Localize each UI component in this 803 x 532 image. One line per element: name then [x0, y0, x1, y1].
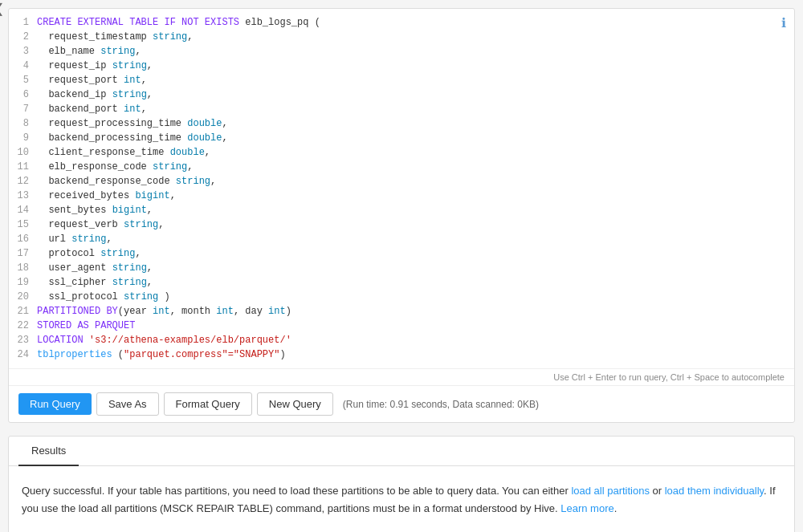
code-content: user_agent string,: [37, 261, 794, 275]
table-row: 4 request_ip string,: [9, 59, 794, 73]
new-query-button[interactable]: New Query: [257, 392, 333, 416]
line-number: 22: [9, 319, 37, 333]
table-row: 15 request_verb string,: [9, 217, 794, 232]
code-content: ssl_protocol string ): [37, 290, 794, 304]
code-content: received_bytes bigint,: [37, 189, 794, 203]
line-number: 23: [9, 333, 37, 347]
code-content: request_processing_time double,: [37, 116, 794, 131]
code-content: request_verb string,: [37, 217, 794, 232]
keyboard-hint: Use Ctrl + Enter to run query, Ctrl + Sp…: [9, 368, 794, 385]
run-query-button[interactable]: Run Query: [18, 393, 92, 415]
back-arrow-icon[interactable]: ❮: [0, 1, 4, 16]
line-number: 1: [9, 15, 37, 30]
table-row: 5 request_port int,: [9, 73, 794, 87]
load-individually-link[interactable]: load them individually: [665, 485, 764, 497]
table-row: 22STORED AS PARQUET: [9, 319, 794, 333]
line-number: 20: [9, 290, 37, 304]
code-content: LOCATION 's3://athena-examples/elb/parqu…: [37, 333, 794, 347]
line-number: 8: [9, 116, 37, 131]
code-content: request_ip string,: [37, 59, 794, 73]
table-row: 1CREATE EXTERNAL TABLE IF NOT EXISTS elb…: [9, 15, 794, 30]
line-number: 12: [9, 174, 37, 189]
table-row: 12 backend_response_code string,: [9, 174, 794, 189]
save-as-button[interactable]: Save As: [96, 392, 159, 416]
line-number: 11: [9, 160, 37, 174]
table-row: 16 url string,: [9, 232, 794, 246]
table-row: 6 backend_ip string,: [9, 87, 794, 102]
line-number: 24: [9, 347, 37, 362]
success-message: Query successful. If your table has part…: [22, 482, 781, 518]
line-number: 13: [9, 189, 37, 203]
run-info: (Run time: 0.91 seconds, Data scanned: 0…: [343, 399, 539, 410]
line-number: 17: [9, 246, 37, 261]
code-content: request_timestamp string,: [37, 30, 794, 44]
table-row: 24tblproperties ("parquet.compress"="SNA…: [9, 347, 794, 362]
code-content: protocol string,: [37, 246, 794, 261]
load-all-partitions-link[interactable]: load all partitions: [571, 485, 650, 497]
code-content: CREATE EXTERNAL TABLE IF NOT EXISTS elb_…: [37, 15, 794, 30]
table-row: 14 sent_bytes bigint,: [9, 203, 794, 217]
table-row: 23LOCATION 's3://athena-examples/elb/par…: [9, 333, 794, 347]
table-row: 20 ssl_protocol string ): [9, 290, 794, 304]
line-number: 2: [9, 30, 37, 44]
line-number: 21: [9, 304, 37, 319]
line-number: 18: [9, 261, 37, 275]
code-content: url string,: [37, 232, 794, 246]
line-number: 15: [9, 217, 37, 232]
table-row: 19 ssl_cipher string,: [9, 275, 794, 290]
code-content: backend_response_code string,: [37, 174, 794, 189]
code-editor[interactable]: 1CREATE EXTERNAL TABLE IF NOT EXISTS elb…: [9, 9, 794, 368]
results-tabs: Results: [9, 437, 794, 466]
code-content: backend_processing_time double,: [37, 131, 794, 145]
code-content: backend_port int,: [37, 102, 794, 116]
format-query-button[interactable]: Format Query: [164, 392, 252, 416]
line-number: 3: [9, 44, 37, 59]
query-toolbar: Run Query Save As Format Query New Query…: [9, 385, 794, 422]
line-number: 6: [9, 87, 37, 102]
code-content: elb_name string,: [37, 44, 794, 59]
code-content: client_response_time double,: [37, 145, 794, 160]
code-content: tblproperties ("parquet.compress"="SNAPP…: [37, 347, 794, 362]
line-number: 16: [9, 232, 37, 246]
results-panel: Results Query successful. If your table …: [8, 436, 795, 532]
line-number: 9: [9, 131, 37, 145]
code-content: sent_bytes bigint,: [37, 203, 794, 217]
code-content: ssl_cipher string,: [37, 275, 794, 290]
line-number: 19: [9, 275, 37, 290]
info-icon[interactable]: ℹ: [781, 15, 786, 30]
table-row: 10 client_response_time double,: [9, 145, 794, 160]
query-panel: ℹ 1CREATE EXTERNAL TABLE IF NOT EXISTS e…: [8, 8, 795, 423]
learn-more-link[interactable]: Learn more: [560, 502, 613, 514]
table-row: 8 request_processing_time double,: [9, 116, 794, 131]
main-container: ❮ ℹ 1CREATE EXTERNAL TABLE IF NOT EXISTS…: [0, 0, 803, 532]
line-number: 4: [9, 59, 37, 73]
table-row: 21PARTITIONED BY(year int, month int, da…: [9, 304, 794, 319]
table-row: 2 request_timestamp string,: [9, 30, 794, 44]
code-content: backend_ip string,: [37, 87, 794, 102]
tab-results[interactable]: Results: [18, 437, 79, 466]
table-row: 9 backend_processing_time double,: [9, 131, 794, 145]
line-number: 14: [9, 203, 37, 217]
code-content: request_port int,: [37, 73, 794, 87]
table-row: 7 backend_port int,: [9, 102, 794, 116]
line-number: 10: [9, 145, 37, 160]
table-row: 18 user_agent string,: [9, 261, 794, 275]
line-number: 5: [9, 73, 37, 87]
table-row: 17 protocol string,: [9, 246, 794, 261]
code-content: PARTITIONED BY(year int, month int, day …: [37, 304, 794, 319]
code-table: 1CREATE EXTERNAL TABLE IF NOT EXISTS elb…: [9, 15, 794, 362]
table-row: 11 elb_response_code string,: [9, 160, 794, 174]
code-content: elb_response_code string,: [37, 160, 794, 174]
table-row: 3 elb_name string,: [9, 44, 794, 59]
table-row: 13 received_bytes bigint,: [9, 189, 794, 203]
line-number: 7: [9, 102, 37, 116]
results-content: Query successful. If your table has part…: [9, 466, 794, 532]
code-content: STORED AS PARQUET: [37, 319, 794, 333]
